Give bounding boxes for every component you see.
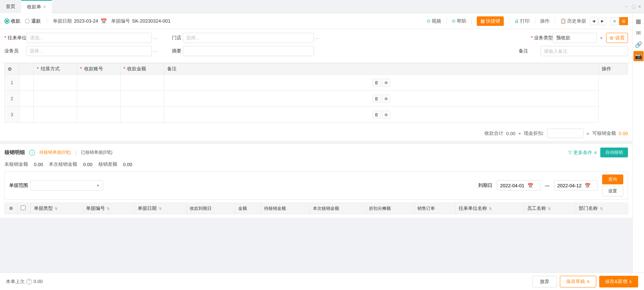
- date-to-input[interactable]: 2022-04-12 📅: [554, 180, 598, 191]
- calendar-to-icon[interactable]: 📅: [585, 183, 590, 188]
- sort-doc-date[interactable]: ⇅: [159, 207, 162, 211]
- save-draft-btn[interactable]: 保存草稿 ∧: [560, 276, 596, 287]
- th-gear-bottom[interactable]: ⚙: [5, 203, 18, 214]
- th-account: 收款账号: [77, 63, 120, 75]
- query-btn[interactable]: 查询: [602, 175, 623, 184]
- shortcut-btn[interactable]: ▦ 快捷键: [477, 16, 504, 26]
- window-minimize-btn[interactable]: －: [624, 3, 629, 10]
- calendar-from-icon[interactable]: 📅: [527, 183, 533, 188]
- th-doc-type: 单据类型 ⇅: [31, 203, 83, 214]
- filter-actions: 查询 设置: [602, 175, 623, 196]
- grid-view-btn[interactable]: ⊞: [619, 17, 628, 25]
- biz-type-arrow[interactable]: ▼: [600, 36, 603, 40]
- sidebar-camera-icon[interactable]: 📷: [633, 51, 644, 61]
- biz-type-input[interactable]: 预收款: [553, 33, 597, 43]
- sort-partner[interactable]: ⇅: [489, 207, 492, 211]
- list-view-btn[interactable]: ≡: [610, 17, 619, 25]
- row-2-note[interactable]: [120, 91, 164, 107]
- store-input[interactable]: 选择...: [183, 33, 314, 43]
- save-draft-arrow[interactable]: ∧: [586, 279, 590, 284]
- date-to-value: 2022-04-12: [557, 183, 582, 188]
- row-1-delete-btn[interactable]: 🗑: [373, 79, 381, 87]
- row-1-account[interactable]: [34, 75, 77, 91]
- tab-close-icon[interactable]: ×: [43, 0, 46, 13]
- hexiao-stats: 未核销金额 0.00 本次核销金额 0.00 核销差额 0.00: [4, 161, 628, 168]
- row-2-action: 🗑 ⊕: [164, 91, 598, 107]
- note-input[interactable]: [541, 46, 628, 56]
- window-maximize-btn[interactable]: □: [632, 4, 635, 9]
- row-2-delete-btn[interactable]: 🗑: [373, 95, 381, 103]
- filter-row: 单据范围 ▼ 到期日 2022-04-01 📅 — 2022-04-12 📅: [4, 171, 628, 200]
- set-btn[interactable]: 设置: [602, 186, 623, 196]
- done-tab[interactable]: 已核销单据(0笔): [81, 149, 113, 156]
- row-3-note[interactable]: [120, 107, 164, 123]
- store-more-btn[interactable]: ···: [315, 35, 319, 41]
- shortcut-icon: ▦: [480, 18, 485, 24]
- sort-staff[interactable]: ⇅: [548, 207, 551, 211]
- partner-input[interactable]: 请选...: [27, 33, 152, 43]
- total-label: 收款合计: [484, 130, 503, 137]
- row-2-account[interactable]: [34, 91, 77, 107]
- footer-info-icon[interactable]: ?: [26, 279, 32, 285]
- tab-home[interactable]: 首页: [0, 0, 21, 13]
- partner-more-btn[interactable]: ···: [153, 35, 157, 41]
- nav-prev[interactable]: ◀: [590, 17, 598, 25]
- more-conditions-btn[interactable]: ▽ 更多条件 ∧: [568, 149, 597, 156]
- print-icon: 🖨: [514, 18, 519, 24]
- staff-more-btn[interactable]: ···: [153, 48, 157, 54]
- filter-icon: ▽: [568, 150, 572, 155]
- save-new-arrow[interactable]: ∧: [629, 279, 632, 284]
- row-1-copy-btn[interactable]: ⊕: [382, 79, 390, 87]
- summary-input[interactable]: [183, 46, 314, 56]
- check-all[interactable]: [21, 205, 25, 210]
- sort-dept[interactable]: ⇅: [600, 207, 603, 211]
- hexiao-header: 核销明细 i 待核销单据(0笔) | 已核销单据(0笔) ▽ 更多条件 ∧ 自动…: [4, 148, 628, 157]
- row-3-amount[interactable]: [77, 107, 120, 123]
- row-3-copy-btn[interactable]: ⊕: [382, 111, 390, 119]
- abandon-btn[interactable]: 放弃: [532, 276, 557, 287]
- row-3-delete-btn[interactable]: 🗑: [373, 111, 381, 119]
- store-label: 门店: [172, 35, 183, 41]
- history-btn[interactable]: 📋 历史单据: [560, 18, 586, 24]
- row-2-amount[interactable]: [77, 91, 120, 107]
- hexiao-title: 核销明细: [4, 149, 25, 156]
- row-2-settle[interactable]: [19, 91, 34, 107]
- window-close-btn[interactable]: ×: [638, 4, 641, 9]
- nav-next[interactable]: ▶: [598, 17, 606, 25]
- radio-tuikuan[interactable]: 退款: [25, 18, 41, 24]
- calendar-icon[interactable]: 📅: [101, 18, 107, 24]
- radio-shoukuan[interactable]: 收款: [4, 18, 20, 24]
- th-current-hexiao: 本次核销金额: [310, 203, 366, 214]
- row-1-amount[interactable]: [77, 75, 120, 91]
- sort-doc-type[interactable]: ⇅: [55, 207, 58, 211]
- settings-label: 设置: [615, 35, 625, 41]
- video-btn[interactable]: ⊙ 视频: [427, 18, 441, 24]
- settings-btn[interactable]: ⚙ 设置: [606, 33, 628, 43]
- auto-btn[interactable]: 自动核销: [600, 148, 628, 157]
- staff-input[interactable]: 选择...: [26, 46, 152, 56]
- print-btn[interactable]: 🖨 打印: [514, 18, 530, 24]
- discount-input[interactable]: [547, 129, 584, 138]
- sidebar-link-icon[interactable]: 🔗: [633, 39, 644, 50]
- help-label: 帮助: [457, 18, 466, 24]
- row-2-copy-btn[interactable]: ⊕: [382, 95, 390, 103]
- tab-bar: 首页 收款单 × － □ ×: [0, 0, 644, 13]
- hexiao-info-icon[interactable]: i: [29, 150, 35, 156]
- help-btn[interactable]: ⊙ 帮助: [452, 18, 466, 24]
- row-1-settle[interactable]: [19, 75, 34, 91]
- row-3-account[interactable]: [34, 107, 77, 123]
- divider-4: [509, 17, 509, 25]
- operate-btn[interactable]: 操作: [540, 18, 550, 24]
- sidebar-email-icon[interactable]: ✉: [633, 28, 644, 38]
- range-select[interactable]: ▼: [30, 180, 103, 191]
- row-1-note[interactable]: [120, 75, 164, 91]
- pending-tab[interactable]: 待核销单据(0笔): [39, 149, 71, 156]
- sort-doc-num[interactable]: ⇅: [107, 207, 110, 211]
- save-new-btn[interactable]: 保存&新增 ∧: [599, 276, 638, 287]
- tab-current[interactable]: 收款单 ×: [21, 0, 52, 13]
- date-from-input[interactable]: 2022-04-01 📅: [497, 180, 541, 191]
- note-field: 备注: [519, 46, 628, 56]
- th-gear[interactable]: ⚙: [5, 63, 19, 75]
- sidebar-table-icon[interactable]: ▦: [633, 16, 644, 26]
- row-3-settle[interactable]: [19, 107, 34, 123]
